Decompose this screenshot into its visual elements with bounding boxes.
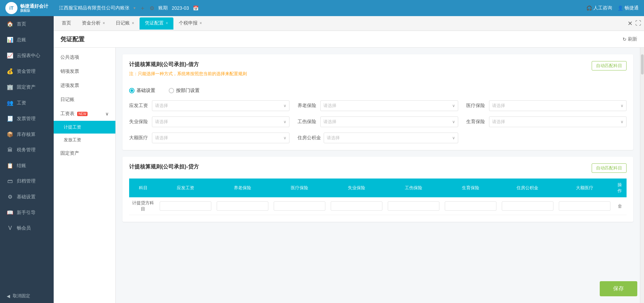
left-nav: 公共选项 销项发票 进项发票 日记账 工资表 NEW ∨ xyxy=(54,48,116,303)
top-bar-middle: 江西服宝精品有限责任公司内账张 ▾ ＋ ⚙ 账期 2023-03 📅 xyxy=(59,4,586,12)
service-btn[interactable]: 🎧 人工咨询 xyxy=(586,5,612,11)
input-unemployment[interactable] xyxy=(331,201,382,211)
select-birth[interactable]: 请选择 ∨ xyxy=(489,116,627,127)
cancel-fixed-label: 取消固定 xyxy=(13,293,30,299)
left-nav-salary-table[interactable]: 工资表 NEW ∨ xyxy=(54,107,115,121)
refresh-button[interactable]: ↻ 刷新 xyxy=(623,36,637,42)
calendar-icon[interactable]: 📅 xyxy=(193,5,199,11)
radio-dept-settings[interactable]: 按部门设置 xyxy=(169,88,200,94)
input-housing-fund[interactable] xyxy=(502,201,553,211)
sidebar-item-inventory[interactable]: 📦 库存核算 xyxy=(0,127,54,142)
tab-bar: 首页 资金分析 × 日记账 × 凭证配置 × 个税申报 × ✕ ⛶ xyxy=(54,16,644,31)
delete-row-icon[interactable]: 🗑 xyxy=(618,203,622,209)
label-birth: 生育保险 xyxy=(466,119,486,125)
logo-main-text: 畅捷通好会计 xyxy=(20,3,48,9)
refresh-icon: ↻ xyxy=(623,37,627,42)
main-panel: 计提核算规则(公司承担)-借方 注：只能选择一种方式，系统将按照您当前的选择来配… xyxy=(116,48,640,303)
input-base-salary[interactable] xyxy=(160,201,211,211)
select-arrow-medical: ∨ xyxy=(621,103,624,108)
add-icon[interactable]: ＋ xyxy=(140,4,146,12)
sidebar-label-tax: 税务管理 xyxy=(17,147,36,153)
left-nav-sub-pay-salary[interactable]: 发放工资 xyxy=(54,134,115,146)
cancel-fixed-btn[interactable]: ◀ 取消固定 xyxy=(0,289,54,303)
credit-section-header: 计提核算规则(公司承担)-贷方 自动匹配科目 xyxy=(129,163,627,173)
sidebar-item-guide[interactable]: 📖 新手引导 xyxy=(0,205,54,220)
fullscreen-icon[interactable]: ⛶ xyxy=(635,20,641,27)
th-base-salary: 应发工资 xyxy=(157,179,214,197)
td-work-injury-val xyxy=(385,197,442,215)
headset-icon: 🎧 xyxy=(586,5,592,11)
sidebar-item-funds[interactable]: 💰 资金管理 xyxy=(0,63,54,79)
account-period-value[interactable]: 2023-03 xyxy=(172,5,189,11)
left-nav-sales-invoice[interactable]: 销项发票 xyxy=(54,64,115,79)
sidebar-item-tax[interactable]: 🏛 税务管理 xyxy=(0,142,54,158)
company-dropdown-icon[interactable]: ▾ xyxy=(133,6,136,10)
select-housing-fund[interactable]: 请选择 ∨ xyxy=(324,133,458,143)
td-housing-fund-val xyxy=(499,197,556,215)
left-nav-journal[interactable]: 日记账 xyxy=(54,93,115,107)
right-scrollbar[interactable] xyxy=(640,48,644,303)
select-base-salary[interactable]: 请选择 ∨ xyxy=(152,100,289,111)
user-btn[interactable]: 👤 畅捷通 xyxy=(618,5,639,11)
left-nav-fixed-assets[interactable]: 固定资产 xyxy=(54,146,115,160)
sidebar-item-invoice[interactable]: 🧾 发票管理 xyxy=(0,111,54,127)
sidebar-label-invoice: 发票管理 xyxy=(17,116,36,122)
tab-home[interactable]: 首页 xyxy=(56,17,76,30)
credit-section: 计提核算规则(公司承担)-贷方 自动匹配科目 科目 应发工资 养老保险 医疗保险… xyxy=(122,157,633,222)
th-subject: 科目 xyxy=(129,179,157,197)
tab-tax-report-close[interactable]: × xyxy=(200,21,202,26)
tab-journal[interactable]: 日记账 × xyxy=(110,17,140,30)
select-large-medical[interactable]: 请选择 ∨ xyxy=(152,133,289,143)
sidebar-item-home[interactable]: 🏠 首页 xyxy=(0,16,54,32)
chevron-down-icon: ∨ xyxy=(105,111,109,116)
sidebar-item-archive[interactable]: 🗃 归档管理 xyxy=(0,173,54,189)
sidebar-label-reports: 云报表中心 xyxy=(17,53,40,59)
sidebar-label-funds: 资金管理 xyxy=(17,68,36,74)
input-birth[interactable] xyxy=(445,201,496,211)
sidebar-item-reports[interactable]: 📈 云报表中心 xyxy=(0,48,54,63)
sidebar-item-settings[interactable]: ⚙ 基础设置 xyxy=(0,189,54,205)
sidebar-label-salary: 工资 xyxy=(17,100,26,106)
debit-section-note: 注：只能选择一种方式，系统将按照您当前的选择来配置规则 xyxy=(129,71,247,77)
input-work-injury[interactable] xyxy=(388,201,439,211)
label-medical: 医疗保险 xyxy=(466,103,486,109)
archive-icon: 🗃 xyxy=(7,178,13,184)
user-label: 畅捷通 xyxy=(625,5,639,11)
form-item-medical: 医疗保险 请选择 ∨ xyxy=(466,100,627,111)
radio-basic-settings[interactable]: 基础设置 xyxy=(129,88,155,94)
input-medical[interactable] xyxy=(274,201,325,211)
left-nav-public-options[interactable]: 公共选项 xyxy=(54,50,115,64)
sidebar-item-settlement[interactable]: 📋 结账 xyxy=(0,158,54,173)
inventory-icon: 📦 xyxy=(7,131,13,138)
funds-icon: 💰 xyxy=(7,68,13,74)
sidebar-item-ledger[interactable]: 📊 总账 xyxy=(0,32,54,48)
tab-funds-analysis-close[interactable]: × xyxy=(103,21,105,26)
input-large-medical[interactable] xyxy=(559,201,610,211)
select-arrow-birth: ∨ xyxy=(621,119,624,124)
tab-voucher-config[interactable]: 凭证配置 × xyxy=(140,17,173,30)
close-window-icon[interactable]: ✕ xyxy=(628,20,633,27)
save-button[interactable]: 保存 xyxy=(600,281,637,296)
left-nav-sub-accrue-salary[interactable]: 计提工资 xyxy=(54,121,115,134)
tab-tax-report[interactable]: 个税申报 × xyxy=(173,17,207,30)
sidebar-item-salary[interactable]: 👥 工资 xyxy=(0,95,54,111)
tab-journal-close[interactable]: × xyxy=(132,21,134,26)
tab-funds-analysis[interactable]: 资金分析 × xyxy=(76,17,110,30)
left-nav-purchase-invoice[interactable]: 进项发票 xyxy=(54,79,115,93)
sidebar-item-member[interactable]: V 畅会员 xyxy=(0,220,54,236)
sidebar-item-assets[interactable]: 🏢 固定资产 xyxy=(0,79,54,95)
select-work-injury[interactable]: 请选择 ∨ xyxy=(320,116,458,127)
credit-auto-match-btn[interactable]: 自动匹配科目 xyxy=(592,163,627,173)
settings-icon[interactable]: ⚙ xyxy=(150,5,154,11)
tab-voucher-config-close[interactable]: × xyxy=(166,21,168,26)
select-medical[interactable]: 请选择 ∨ xyxy=(489,100,627,111)
assets-icon: 🏢 xyxy=(7,84,13,90)
refresh-label: 刷新 xyxy=(628,36,637,42)
debit-auto-match-btn[interactable]: 自动匹配科目 xyxy=(592,61,627,70)
form-item-base-salary: 应发工资 请选择 ∨ xyxy=(129,100,289,111)
input-pension[interactable] xyxy=(217,201,268,211)
top-bar: iT 畅捷通好会计 旗舰版 江西服宝精品有限责任公司内账张 ▾ ＋ ⚙ 账期 2… xyxy=(0,0,644,16)
label-housing-fund: 住房公积金 xyxy=(298,135,321,141)
select-pension[interactable]: 请选择 ∨ xyxy=(320,100,458,111)
select-unemployment[interactable]: 请选择 ∨ xyxy=(152,116,289,127)
